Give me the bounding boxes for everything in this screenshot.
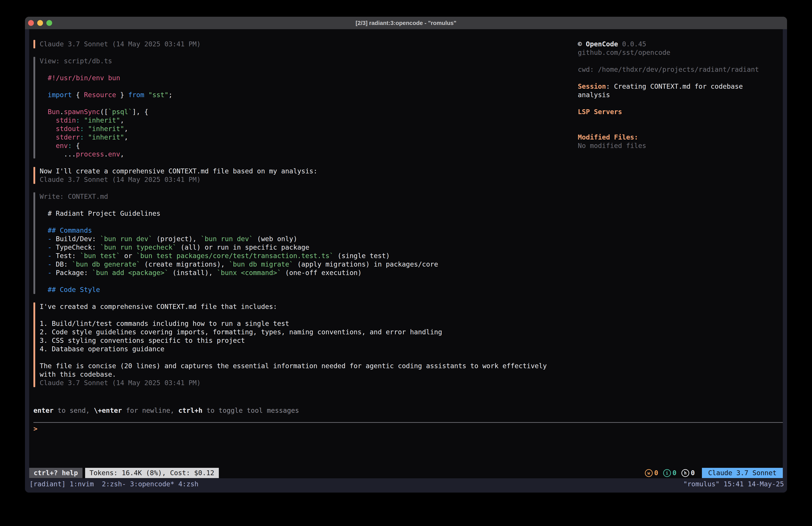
text-segment: The file is concise (20 lines) and captu… bbox=[40, 362, 547, 370]
text-segment: © OpenCode bbox=[578, 40, 618, 48]
window-title: [2/3] radiant:3:opencode - "romulus" bbox=[25, 19, 787, 27]
text-segment: 4. Database operations guidance bbox=[40, 345, 164, 353]
text-segment: #!/usr/bin/env bun bbox=[40, 74, 120, 82]
warning-diagnostic: w 0 bbox=[645, 469, 658, 477]
tool-block: Write: CONTEXT.md # Radiant Project Guid… bbox=[33, 193, 564, 294]
text-segment: to toggle tool messages bbox=[203, 407, 299, 414]
zoom-button[interactable] bbox=[46, 20, 52, 26]
text-segment: `bun db generate` bbox=[72, 260, 140, 268]
text-line: stderr: "inherit", bbox=[40, 133, 564, 142]
text-line bbox=[578, 74, 787, 82]
text-line: LSP Servers bbox=[578, 108, 787, 116]
text-segment: # Radiant Project Guidelines bbox=[40, 210, 160, 217]
window-titlebar[interactable]: [2/3] radiant:3:opencode - "romulus" bbox=[25, 17, 787, 29]
tool-accent-bar bbox=[33, 193, 35, 294]
text-segment: - bbox=[40, 235, 56, 243]
text-segment: from bbox=[128, 91, 148, 99]
terminal-content[interactable]: Claude 3.7 Sonnet (14 May 2025 03:41 PM)… bbox=[29, 29, 783, 478]
prompt-icon: > bbox=[33, 425, 38, 432]
tool-accent-bar bbox=[33, 57, 35, 158]
hint-icon: h bbox=[681, 469, 689, 477]
text-segment: ctrl+h bbox=[178, 407, 202, 414]
tool-block: View: script/db.ts #!/usr/bin/env bun im… bbox=[33, 57, 564, 158]
keybinding-hints: enter to send, \+enter for newline, ctrl… bbox=[33, 406, 299, 415]
text-segment: `bun db migrate` bbox=[229, 260, 293, 268]
text-segment: Claude 3.7 Sonnet (14 May 2025 03:41 PM) bbox=[40, 379, 201, 387]
text-segment: 2. Code style guidelines covering import… bbox=[40, 328, 442, 336]
text-segment: Build/Dev: bbox=[56, 235, 100, 243]
text-line: - Test: `bun test` or `bun test packages… bbox=[40, 252, 564, 260]
text-segment: Session bbox=[578, 83, 606, 90]
text-segment: Test: bbox=[56, 252, 80, 260]
text-segment: (apply migrations) in packages/core bbox=[293, 260, 438, 268]
text-segment: ([ bbox=[100, 108, 108, 116]
text-segment: `bun run dev` bbox=[100, 235, 153, 243]
screen: [2/3] radiant:3:opencode - "romulus" Cla… bbox=[0, 0, 812, 526]
close-button[interactable] bbox=[28, 20, 34, 26]
input-divider bbox=[33, 422, 783, 423]
hint-count: 0 bbox=[691, 469, 695, 477]
text-line bbox=[578, 99, 787, 108]
text-segment: (web only) bbox=[253, 235, 297, 243]
text-segment: github.com/sst/opencode bbox=[578, 48, 670, 56]
text-segment: (single test) bbox=[334, 252, 390, 260]
text-line: 2. Code style guidelines covering import… bbox=[40, 328, 564, 336]
text-line bbox=[40, 201, 564, 209]
sidebar: © OpenCode 0.0.45github.com/sst/opencode… bbox=[578, 40, 787, 150]
text-segment: "inherit" bbox=[84, 133, 124, 141]
text-segment: Package: bbox=[56, 269, 92, 276]
text-segment: Bun bbox=[40, 108, 60, 116]
text-segment: 0.0.45 bbox=[618, 40, 646, 48]
text-segment: spawnSync bbox=[64, 108, 100, 116]
text-segment: stdin bbox=[40, 116, 76, 124]
minimize-button[interactable] bbox=[37, 20, 43, 26]
text-line: with this codebase. bbox=[40, 370, 564, 379]
text-line: env: { bbox=[40, 142, 564, 150]
text-line: ...process.env, bbox=[40, 150, 564, 158]
text-segment: Write: CONTEXT.md bbox=[40, 193, 108, 200]
text-line: 1. Build/lint/test commands including ho… bbox=[40, 319, 564, 328]
text-segment: View: script/db.ts bbox=[40, 57, 112, 65]
text-line bbox=[40, 353, 564, 362]
text-segment: ], { bbox=[132, 108, 148, 116]
text-segment: DB: bbox=[56, 260, 72, 268]
text-segment: . bbox=[104, 150, 108, 158]
text-line: - TypeCheck: `bun run typecheck` (all) o… bbox=[40, 243, 564, 252]
text-line: #!/usr/bin/env bun bbox=[40, 74, 564, 82]
tmux-session-info: "romulus" 15:41 14-May-25 bbox=[683, 480, 784, 488]
chat-input[interactable]: > bbox=[33, 425, 38, 433]
text-line: © OpenCode 0.0.45 bbox=[578, 40, 787, 48]
text-segment: , bbox=[124, 125, 128, 133]
text-segment: - bbox=[40, 260, 56, 268]
text-segment: Resource bbox=[84, 91, 116, 99]
text-line: - Build/Dev: `bun run dev` (project), `b… bbox=[40, 235, 564, 243]
text-segment: env bbox=[108, 150, 120, 158]
text-segment: (create migrations), bbox=[140, 260, 229, 268]
warning-icon: w bbox=[645, 469, 653, 477]
text-line bbox=[578, 57, 787, 65]
text-segment: , bbox=[124, 133, 128, 141]
text-line: Bun.spawnSync([`psql`], { bbox=[40, 108, 564, 116]
text-segment: or bbox=[120, 252, 136, 260]
text-segment: Claude 3.7 Sonnet (14 May 2025 03:41 PM) bbox=[40, 176, 201, 183]
text-line: View: script/db.ts bbox=[40, 57, 564, 65]
text-segment: import bbox=[40, 91, 76, 99]
message-accent-bar bbox=[33, 302, 35, 387]
text-segment: - bbox=[40, 252, 56, 260]
text-segment: "inherit" bbox=[84, 125, 124, 133]
text-segment: for newline, bbox=[122, 407, 178, 414]
status-chips: ctrl+? help Tokens: 16.4K (8%), Cost: $0… bbox=[29, 468, 219, 478]
text-segment: `bun test packages/core/test/transaction… bbox=[136, 252, 334, 260]
tmux-window-list: [radiant] 1:nvim 2:zsh- 3:opencode* 4:zs… bbox=[29, 480, 199, 488]
text-segment: enter bbox=[33, 407, 54, 414]
text-segment: stderr bbox=[40, 133, 80, 141]
text-segment: Claude 3.7 Sonnet (14 May 2025 03:41 PM) bbox=[40, 40, 201, 48]
text-segment: `bunx <command>` bbox=[217, 269, 281, 276]
text-line: stdout: "inherit", bbox=[40, 125, 564, 133]
text-segment: : Creating CONTEXT.md for codebase bbox=[606, 83, 743, 90]
text-line bbox=[40, 218, 564, 226]
text-segment: . bbox=[60, 108, 64, 116]
text-segment: to send, bbox=[54, 407, 94, 414]
text-line: # Radiant Project Guidelines bbox=[40, 209, 564, 218]
text-segment: "inherit" bbox=[80, 116, 120, 124]
